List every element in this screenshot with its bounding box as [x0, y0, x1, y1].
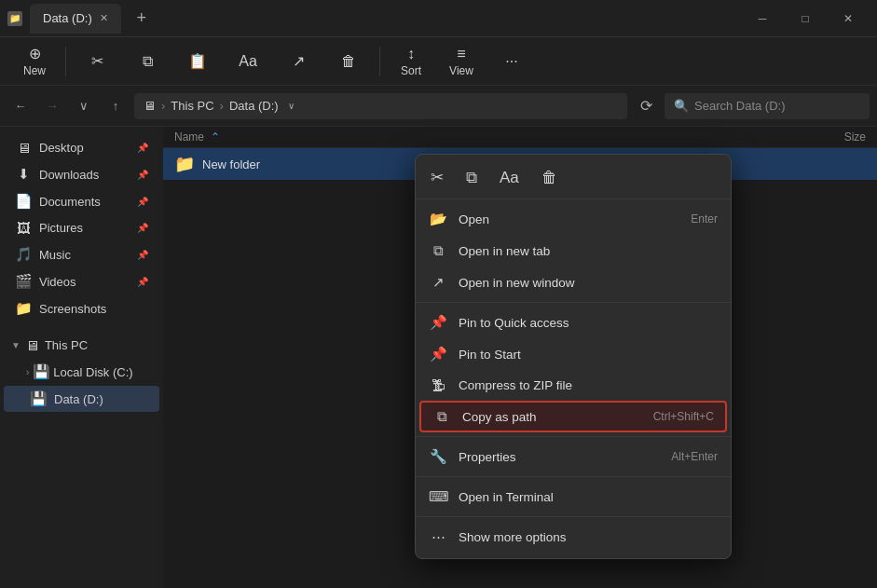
tab-label: Data (D:): [43, 11, 92, 25]
col-name-header: Name ⌃: [174, 130, 791, 144]
path-drive-icon: 🖥: [144, 99, 156, 113]
ctx-compress-zip[interactable]: 🗜 Compress to ZIP file: [416, 370, 731, 401]
sort-icon: ↕: [407, 46, 415, 62]
ctx-open[interactable]: 📂 Open Enter: [416, 203, 731, 235]
path-thispc: This PC: [171, 99, 213, 113]
toolbar-separator-2: [379, 47, 380, 76]
col-size-header: Size: [791, 130, 866, 144]
share-button[interactable]: ↗: [275, 48, 322, 74]
sidebar-label-desktop: Desktop: [39, 141, 84, 155]
close-button[interactable]: ✕: [827, 4, 870, 34]
thispc-expand-arrow: ▼: [11, 340, 21, 350]
ctx-copy-as-path[interactable]: ⧉ Copy as path Ctrl+Shift+C: [419, 401, 727, 432]
ctx-open-new-tab[interactable]: ⧉ Open in new tab: [416, 235, 731, 267]
sort-button[interactable]: ↕ Sort: [388, 42, 434, 81]
ctx-copy-path-label: Copy as path: [462, 410, 642, 424]
sidebar-item-desktop[interactable]: 🖥 Desktop 📌: [4, 135, 159, 160]
ctx-sep-3: [416, 476, 731, 477]
sidebar-label-screenshots: Screenshots: [39, 302, 106, 316]
pictures-pin-icon: 📌: [137, 223, 148, 233]
ctx-rename-button[interactable]: Aa: [496, 165, 523, 191]
window-app-icon: 📁: [7, 11, 22, 26]
desktop-icon: 🖥: [15, 140, 32, 156]
new-tab-button[interactable]: +: [129, 6, 155, 32]
tab-close-button[interactable]: ✕: [100, 12, 108, 24]
view-label: View: [449, 64, 473, 77]
ctx-pin-quick-access[interactable]: 📌 Pin to Quick access: [416, 307, 731, 338]
ctx-compress-icon: 🗜: [429, 377, 447, 393]
new-button[interactable]: ⊕ New: [11, 41, 58, 81]
title-bar-left: 📁 Data (D:) ✕ +: [7, 4, 741, 34]
more-options-button[interactable]: ···: [488, 49, 535, 74]
sidebar-thispc-expand[interactable]: ▼ 🖥 This PC: [4, 333, 159, 358]
copy-button[interactable]: ⧉: [124, 49, 171, 74]
sidebar-item-datad[interactable]: 💾 Data (D:): [4, 386, 159, 412]
ctx-properties-label: Properties: [459, 450, 660, 464]
maximize-button[interactable]: □: [784, 4, 827, 34]
sidebar-item-documents[interactable]: 📄 Documents 📌: [4, 188, 159, 214]
cut-button[interactable]: ✂: [74, 48, 120, 74]
view-button[interactable]: ≡ View: [438, 42, 485, 81]
minimize-button[interactable]: ─: [741, 4, 784, 34]
rename-icon: Aa: [239, 53, 257, 70]
sidebar-label-datad: Data (D:): [54, 392, 103, 406]
ctx-properties-shortcut: Alt+Enter: [671, 450, 718, 463]
path-chevron-icon: ∨: [288, 101, 295, 111]
delete-icon: 🗑: [341, 53, 356, 70]
search-box[interactable]: 🔍 Search Data (D:): [665, 93, 870, 119]
ctx-properties[interactable]: 🔧 Properties Alt+Enter: [416, 441, 731, 472]
sidebar-item-pictures[interactable]: 🖼 Pictures 📌: [4, 215, 159, 240]
ctx-copy-button[interactable]: ⧉: [462, 165, 481, 191]
ctx-pin-start[interactable]: 📌 Pin to Start: [416, 338, 731, 370]
search-icon: 🔍: [674, 99, 689, 113]
thispc-icon: 🖥: [24, 337, 41, 353]
file-list-header: Name ⌃ Size: [163, 127, 877, 148]
sidebar-label-localdisk: Local Disk (C:): [53, 365, 132, 379]
refresh-button[interactable]: ⟳: [633, 93, 659, 119]
path-drive: Data (D:): [229, 99, 279, 113]
sort-label: Sort: [401, 64, 421, 77]
rename-button[interactable]: Aa: [225, 49, 271, 74]
search-placeholder: Search Data (D:): [694, 99, 786, 113]
sidebar-item-screenshots[interactable]: 📁 Screenshots: [4, 295, 159, 321]
ctx-pin-quick-label: Pin to Quick access: [459, 316, 706, 330]
sidebar-item-downloads[interactable]: ⬇ Downloads 📌: [4, 161, 159, 187]
ctx-copy-path-shortcut: Ctrl+Shift+C: [653, 410, 714, 423]
new-icon: ⊕: [29, 45, 41, 62]
ctx-open-label: Open: [459, 212, 679, 226]
paste-icon: 📋: [188, 52, 207, 70]
ctx-pin-start-label: Pin to Start: [459, 348, 706, 362]
sidebar-item-music[interactable]: 🎵 Music 📌: [4, 241, 159, 267]
videos-pin-icon: 📌: [137, 277, 148, 287]
ctx-cut-button[interactable]: ✂: [427, 164, 447, 191]
ctx-open-new-tab-icon: ⧉: [429, 242, 447, 259]
sidebar-localdisk-expand[interactable]: › 💾 Local Disk (C:): [4, 359, 159, 385]
delete-button[interactable]: 🗑: [325, 49, 372, 74]
ctx-compress-label: Compress to ZIP file: [459, 378, 706, 392]
back-button[interactable]: ←: [7, 93, 34, 119]
forward-button[interactable]: →: [39, 93, 65, 119]
recent-button[interactable]: ∨: [71, 93, 97, 119]
ctx-pin-start-icon: 📌: [429, 346, 447, 362]
paste-button[interactable]: 📋: [174, 48, 221, 74]
pictures-icon: 🖼: [15, 220, 32, 236]
ctx-delete-button[interactable]: 🗑: [538, 165, 561, 191]
folder-icon: 📁: [174, 154, 195, 174]
sidebar-label-thispc: This PC: [45, 338, 88, 352]
desktop-pin-icon: 📌: [137, 143, 148, 153]
ctx-terminal-label: Open in Terminal: [459, 490, 706, 504]
ctx-properties-icon: 🔧: [429, 448, 447, 465]
address-bar: ← → ∨ ↑ 🖥 › This PC › Data (D:) ∨ ⟳ 🔍 Se…: [0, 86, 877, 127]
active-tab[interactable]: Data (D:) ✕: [30, 4, 121, 34]
localdisk-expand-arrow: ›: [26, 367, 29, 377]
up-button[interactable]: ↑: [103, 93, 129, 119]
col-sort-icon: ⌃: [211, 130, 220, 144]
ctx-open-terminal[interactable]: ⌨ Open in Terminal: [416, 481, 731, 513]
window-controls: ─ □ ✕: [741, 4, 870, 34]
share-icon: ↗: [293, 52, 305, 70]
ctx-open-new-window[interactable]: ↗ Open in new window: [416, 267, 731, 298]
sidebar-item-videos[interactable]: 🎬 Videos 📌: [4, 268, 159, 294]
address-path-box[interactable]: 🖥 › This PC › Data (D:) ∨: [134, 93, 627, 119]
ctx-show-more[interactable]: ⋯ Show more options: [416, 521, 731, 553]
copy-icon: ⧉: [143, 53, 153, 70]
